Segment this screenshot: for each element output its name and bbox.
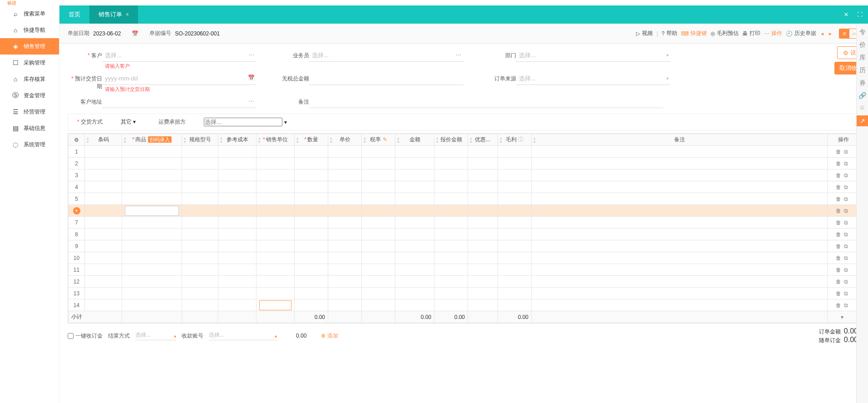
cell[interactable] [434,158,468,169]
col-barcode[interactable]: ▴▾条码 [85,134,122,146]
table-row[interactable]: 9🗑⧉ [69,240,859,252]
salesman-input[interactable] [309,49,464,62]
cell[interactable] [532,193,828,205]
cell[interactable] [434,288,468,299]
help-button[interactable]: ? 帮助 [661,30,677,37]
unit-cell-input[interactable] [259,300,291,310]
cell[interactable] [295,276,328,288]
rail-expand-icon[interactable]: ↗ [857,115,868,126]
scan-badge[interactable]: 扫码录入 [148,136,172,143]
sidebar-item-purchase[interactable]: ☐ 采购管理 [0,55,59,71]
table-row[interactable]: 13🗑⧉ [69,288,859,299]
cell[interactable] [434,299,468,311]
carrier-select[interactable]: ▾ [204,118,286,126]
delete-icon[interactable]: 🗑 [836,149,844,155]
calendar-icon[interactable]: 📅 [248,75,255,81]
cell[interactable] [498,193,532,205]
remark-input[interactable] [309,95,663,108]
cell[interactable] [218,146,256,158]
rail-star-icon[interactable]: ☆ [859,104,865,111]
cell[interactable] [468,193,498,205]
cell[interactable] [182,158,218,169]
cell[interactable] [182,146,218,158]
tabs-close-button[interactable]: ✕ [842,11,851,18]
table-row[interactable]: 14🗑⧉ [69,299,859,311]
chevron-down-icon[interactable]: ▾ [666,76,669,81]
cell[interactable] [434,252,468,264]
cell[interactable] [218,169,256,181]
cell[interactable] [362,288,395,299]
delete-icon[interactable]: 🗑 [836,302,844,308]
cell[interactable] [395,217,434,229]
col-unit[interactable]: ▴▾*销售单位 [256,134,295,146]
copy-icon[interactable]: ⧉ [844,196,851,202]
cell[interactable] [434,205,468,217]
col-refcost[interactable]: ▴▾参考成本 [218,134,256,146]
cell[interactable] [295,252,328,264]
copy-icon[interactable]: ⧉ [844,172,851,179]
shortcut-button[interactable]: ⌨ 快捷键 [681,30,707,37]
cell[interactable] [434,264,468,276]
sidebar-item-inventory[interactable]: ⌂ 库存核算 [0,71,59,87]
cell[interactable] [122,169,182,181]
lookup-icon[interactable]: ⋯ [456,52,462,58]
delete-icon[interactable]: 🗑 [836,290,844,297]
sidebar-item-business[interactable]: ☰ 经营管理 [0,104,59,120]
cell[interactable] [328,169,362,181]
cell[interactable] [182,217,218,229]
cell[interactable] [395,276,434,288]
cell[interactable] [532,205,828,217]
gross-profit-button[interactable]: ◎ 毛利预估 [710,30,739,37]
delete-icon[interactable]: 🗑 [836,196,844,202]
cell[interactable] [434,146,468,158]
cell[interactable] [295,240,328,252]
cell[interactable] [395,240,434,252]
copy-icon[interactable]: ⧉ [844,208,851,214]
edit-icon[interactable]: ✎ [383,136,387,143]
cell[interactable] [85,181,122,193]
cell[interactable] [256,240,295,252]
cell[interactable] [328,276,362,288]
cell[interactable] [295,288,328,299]
cell[interactable] [218,288,256,299]
row-ops[interactable]: 🗑⧉ [828,252,859,264]
cell[interactable] [362,229,395,240]
cell[interactable] [182,205,218,217]
cell[interactable] [218,240,256,252]
cell[interactable] [498,264,532,276]
row-ops[interactable]: 🗑⧉ [828,299,859,311]
cell[interactable] [532,217,828,229]
cell[interactable] [434,229,468,240]
close-icon[interactable]: × [126,11,129,18]
cell[interactable] [218,229,256,240]
cell[interactable] [362,169,395,181]
settle-select[interactable]: 选择...▾ [135,331,176,340]
cell[interactable] [295,205,328,217]
cell[interactable] [468,181,498,193]
cell[interactable] [256,252,295,264]
cell[interactable] [498,205,532,217]
add-button[interactable]: ⊕添加 [321,332,338,340]
cell[interactable] [182,276,218,288]
cell[interactable] [498,217,532,229]
delete-icon[interactable]: 🗑 [836,255,844,261]
lookup-icon[interactable]: ⋯ [249,52,255,58]
col-discount[interactable]: ▴▾优惠... [468,134,498,146]
table-row[interactable]: 8🗑⧉ [69,229,859,240]
cell[interactable] [256,158,295,169]
cell[interactable] [256,205,295,217]
cell[interactable] [362,193,395,205]
next-arrow-icon[interactable]: ▸ [828,30,833,37]
cell[interactable] [85,276,122,288]
delete-icon[interactable]: 🗑 [836,267,844,273]
copy-icon[interactable]: ⧉ [844,243,851,249]
cell[interactable] [218,264,256,276]
cell[interactable] [256,276,295,288]
row-ops[interactable]: 🗑⧉ [828,229,859,240]
delete-icon[interactable]: 🗑 [836,231,844,238]
cell[interactable] [182,299,218,311]
customer-input[interactable] [102,49,256,62]
cell[interactable] [328,205,362,217]
delete-icon[interactable]: 🗑 [836,279,844,285]
total-notax-input[interactable] [309,72,464,85]
